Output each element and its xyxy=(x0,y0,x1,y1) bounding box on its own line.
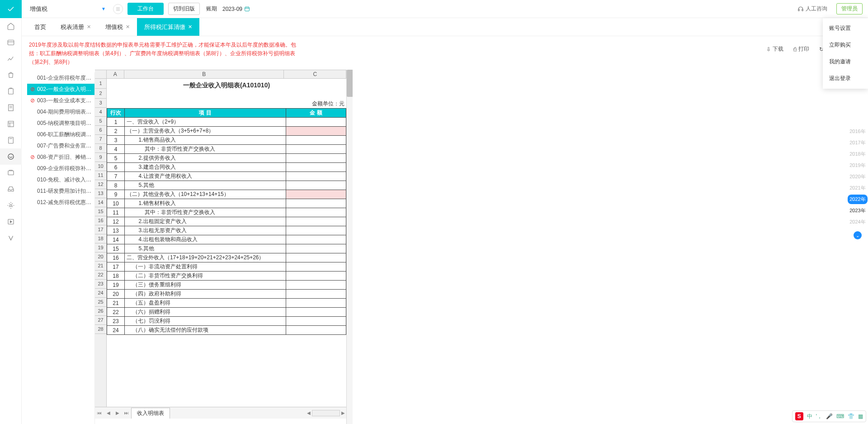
row-header[interactable]: 27 xyxy=(95,316,106,325)
brand-logo[interactable] xyxy=(0,0,22,18)
form-item-011[interactable]: 011-研发费用加计扣除优惠... xyxy=(27,186,94,197)
row-header[interactable]: 26 xyxy=(95,307,106,316)
amount-cell[interactable] xyxy=(286,163,346,172)
form-item-001[interactable]: 001-企业所得税年度纳税申... xyxy=(27,72,94,84)
row-header[interactable]: 18 xyxy=(95,234,106,243)
sheet-tab[interactable]: 收入明细表 xyxy=(131,408,170,419)
ime-punct-icon[interactable]: '， xyxy=(816,413,822,420)
nav-calc-icon[interactable] xyxy=(0,132,22,148)
tab-增值税[interactable]: 增值税✕ xyxy=(98,18,137,36)
row-header[interactable]: 16 xyxy=(95,216,106,225)
amount-cell[interactable] xyxy=(286,136,346,145)
nav-archive-icon[interactable] xyxy=(0,165,22,181)
year-2023年[interactable]: 2023年 xyxy=(848,206,867,215)
row-header[interactable]: 25 xyxy=(95,298,106,307)
amount-cell[interactable] xyxy=(286,226,346,235)
col-header-b[interactable]: B xyxy=(124,70,284,78)
row-header[interactable]: 12 xyxy=(95,180,106,189)
amount-cell[interactable] xyxy=(286,181,346,190)
admin-menu-item[interactable]: 我的邀请 xyxy=(823,53,868,70)
ime-lang[interactable]: 中 xyxy=(807,413,812,420)
scroll-left-icon[interactable]: ◀ xyxy=(306,410,312,415)
ime-skin-icon[interactable]: 👕 xyxy=(848,413,854,419)
row-header[interactable]: 23 xyxy=(95,280,106,289)
nav-video-icon[interactable] xyxy=(0,214,22,230)
nav-chart-icon[interactable] xyxy=(0,51,22,67)
year-2018年[interactable]: 2018年 xyxy=(848,149,867,159)
form-item-003[interactable]: ⊘003-一般企业成本支出明细... xyxy=(27,95,94,106)
row-header[interactable]: 11 xyxy=(95,171,106,180)
ime-keyboard-icon[interactable]: ⌨ xyxy=(836,413,844,419)
tab-税表清册[interactable]: 税表清册✕ xyxy=(53,18,98,36)
vertical-scrollbar[interactable] xyxy=(346,70,353,424)
row-header[interactable]: 1 xyxy=(95,79,106,89)
amount-cell[interactable] xyxy=(286,326,346,335)
ime-brand-icon[interactable]: S xyxy=(795,412,803,420)
row-header[interactable]: 13 xyxy=(95,189,106,198)
row-header[interactable]: 9 xyxy=(95,153,106,162)
nav-card-icon[interactable] xyxy=(0,34,22,51)
row-header[interactable]: 19 xyxy=(95,243,106,252)
year-2024年[interactable]: 2024年 xyxy=(848,217,867,227)
row-header[interactable]: 28 xyxy=(95,325,106,334)
row-header[interactable]: 6 xyxy=(95,126,106,135)
year-2022年[interactable]: 2022年 xyxy=(848,195,867,204)
form-item-002[interactable]: ⊘002-一般企业收入明细表(A1... xyxy=(27,84,94,95)
sheet-nav-prev-icon[interactable]: ◀ xyxy=(104,410,113,415)
grid-table[interactable]: 一般企业收入明细表(A101010)金额单位：元行次项 目金 额1一、营业收入（… xyxy=(107,79,346,335)
amount-cell[interactable] xyxy=(286,262,346,272)
year-2020年[interactable]: 2020年 xyxy=(848,172,867,181)
amount-cell[interactable] xyxy=(286,244,346,253)
nav-template-icon[interactable] xyxy=(0,116,22,132)
row-header[interactable]: 24 xyxy=(95,289,106,298)
tab-首页[interactable]: 首页 xyxy=(27,18,53,36)
amount-cell[interactable] xyxy=(286,190,346,199)
row-header[interactable]: 5 xyxy=(95,117,106,126)
amount-cell[interactable] xyxy=(286,145,346,154)
amount-cell[interactable] xyxy=(286,154,346,163)
amount-cell[interactable] xyxy=(286,208,346,217)
amount-cell[interactable] xyxy=(286,317,346,326)
row-header[interactable]: 3 xyxy=(95,99,106,108)
scroll-track[interactable] xyxy=(312,410,340,416)
download-button[interactable]: ⇩下载 xyxy=(766,45,783,53)
admin-button[interactable]: 管理员 xyxy=(836,3,863,14)
year-more-icon[interactable]: ⌄ xyxy=(854,231,862,239)
form-item-008[interactable]: ⊘008-资产折旧、摊销及纳税... xyxy=(27,152,94,163)
amount-cell[interactable] xyxy=(286,253,346,262)
ime-mic-icon[interactable]: 🎤 xyxy=(826,413,833,419)
row-header[interactable]: 4 xyxy=(95,108,106,117)
amount-cell[interactable] xyxy=(286,299,346,308)
row-header[interactable]: 14 xyxy=(95,198,106,207)
form-item-006[interactable]: 006-职工薪酬纳税调整明细... xyxy=(27,129,94,140)
amount-cell[interactable] xyxy=(286,118,346,127)
list-toggle-icon[interactable] xyxy=(113,4,123,14)
row-header[interactable]: 7 xyxy=(95,135,106,144)
row-header[interactable]: 15 xyxy=(95,207,106,216)
horizontal-scrollbar[interactable]: ◀ ▶ xyxy=(306,410,346,416)
row-header[interactable]: 21 xyxy=(95,262,106,271)
row-header[interactable]: 17 xyxy=(95,225,106,234)
year-2017年[interactable]: 2017年 xyxy=(848,138,867,148)
amount-cell[interactable] xyxy=(286,281,346,290)
nav-v-icon[interactable] xyxy=(0,230,22,246)
row-header[interactable]: 10 xyxy=(95,162,106,171)
sheet-nav-last-icon[interactable]: ⏭ xyxy=(122,410,131,415)
nav-bag-icon[interactable] xyxy=(0,67,22,83)
year-2016年[interactable]: 2016年 xyxy=(848,127,867,136)
nav-home-icon[interactable] xyxy=(0,18,22,34)
form-item-007[interactable]: 007-广告费和业务宣传费跨... xyxy=(27,140,94,152)
amount-cell[interactable] xyxy=(286,217,346,226)
close-icon[interactable]: ✕ xyxy=(188,24,192,30)
year-2019年[interactable]: 2019年 xyxy=(848,161,867,170)
amount-cell[interactable] xyxy=(286,199,346,208)
form-item-004[interactable]: 004-期间费用明细表(A1040... xyxy=(27,106,94,118)
year-2021年[interactable]: 2021年 xyxy=(848,183,867,193)
nav-receipt-icon[interactable] xyxy=(0,100,22,116)
row-header[interactable]: 22 xyxy=(95,271,106,280)
amount-cell[interactable] xyxy=(286,127,346,136)
sheet-nav-next-icon[interactable]: ▶ xyxy=(113,410,122,415)
amount-cell[interactable] xyxy=(286,290,346,299)
admin-menu-item[interactable]: 立即购买 xyxy=(823,37,868,53)
nav-clipboard-icon[interactable] xyxy=(0,83,22,100)
